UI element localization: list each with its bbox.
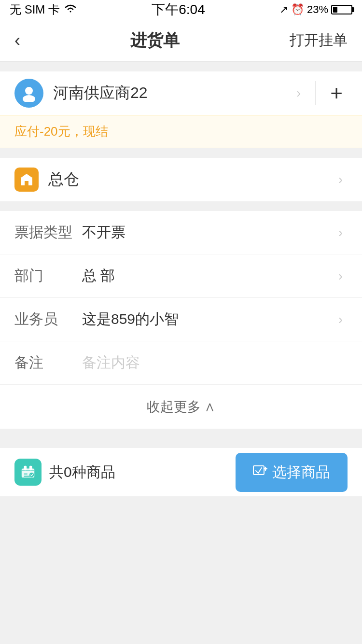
section-gap-3 (0, 201, 362, 211)
fields-section: 票据类型 不开票 › 部门 总 部 › 业务员 这是859的小智 › 备注 备注… (0, 211, 362, 429)
svg-point-1 (23, 95, 35, 102)
invoice-type-label: 票据类型 (14, 223, 82, 242)
main-content: 河南供应商22 › + 应付-20元，现结 总仓 › 票据类型 (0, 62, 362, 644)
battery-icon (331, 5, 352, 14)
salesperson-chevron-icon: › (338, 312, 343, 327)
status-left: 无 SIM 卡 (10, 2, 77, 17)
svg-rect-9 (253, 466, 264, 475)
notice-text: 应付-20元，现结 (14, 124, 108, 139)
department-label: 部门 (14, 266, 82, 286)
status-right: ↗ ⏰ 23% (279, 3, 352, 16)
remark-value[interactable]: 备注内容 (82, 353, 348, 373)
status-bar: 无 SIM 卡 下午6:04 ↗ ⏰ 23% (0, 0, 362, 19)
salesperson-value: 这是859的小智 (82, 309, 338, 329)
invoice-type-chevron-icon: › (338, 225, 343, 240)
location-icon: ↗ (279, 3, 288, 16)
svg-rect-6 (24, 466, 27, 470)
status-time: 下午6:04 (152, 0, 205, 19)
select-product-icon (253, 464, 267, 481)
select-product-label: 选择商品 (272, 462, 330, 482)
warehouse-row[interactable]: 总仓 › (0, 158, 362, 201)
collapse-button[interactable]: 收起更多 ∧ (0, 385, 362, 429)
svg-rect-7 (29, 466, 32, 470)
department-chevron-icon: › (338, 268, 343, 284)
battery-percent: 23% (307, 3, 328, 16)
salesperson-row[interactable]: 业务员 这是859的小智 › (0, 298, 362, 341)
product-count: 共0种商品 (49, 462, 236, 482)
product-icon (14, 459, 42, 486)
back-button[interactable]: ‹ (14, 30, 20, 51)
wifi-icon (64, 3, 77, 16)
section-gap-4 (0, 429, 362, 438)
add-supplier-button[interactable]: + (325, 81, 348, 105)
nav-bar: ‹ 进货单 打开挂单 (0, 19, 362, 62)
svg-point-8 (29, 473, 34, 477)
supplier-divider (315, 81, 316, 105)
svg-marker-3 (20, 174, 33, 178)
section-gap-2 (0, 148, 362, 158)
select-product-button[interactable]: 选择商品 (236, 453, 348, 492)
supplier-avatar (14, 79, 43, 108)
bottom-toolbar: 共0种商品 选择商品 (0, 448, 362, 496)
invoice-type-row[interactable]: 票据类型 不开票 › (0, 211, 362, 254)
warehouse-icon (14, 168, 39, 192)
section-gap-1 (0, 62, 362, 71)
carrier-label: 无 SIM 卡 (10, 2, 60, 17)
remark-label: 备注 (14, 353, 82, 373)
supplier-name[interactable]: 河南供应商22 (53, 83, 296, 104)
open-pending-button[interactable]: 打开挂单 (290, 30, 348, 50)
warehouse-chevron-icon: › (338, 172, 343, 187)
salesperson-label: 业务员 (14, 309, 82, 329)
supplier-chevron-icon: › (296, 85, 301, 101)
invoice-type-value: 不开票 (82, 223, 338, 242)
warehouse-name: 总仓 (48, 169, 338, 190)
svg-point-0 (25, 87, 33, 95)
department-value: 总 部 (82, 266, 338, 286)
department-row[interactable]: 部门 总 部 › (0, 254, 362, 298)
alarm-icon: ⏰ (291, 3, 304, 16)
warehouse-section: 总仓 › (0, 158, 362, 201)
collapse-label: 收起更多 ∧ (147, 399, 216, 414)
remark-row[interactable]: 备注 备注内容 (0, 341, 362, 385)
supplier-section: 河南供应商22 › + (0, 71, 362, 115)
notice-banner: 应付-20元，现结 (0, 115, 362, 148)
svg-rect-4 (25, 181, 28, 185)
page-title: 进货单 (130, 29, 180, 52)
